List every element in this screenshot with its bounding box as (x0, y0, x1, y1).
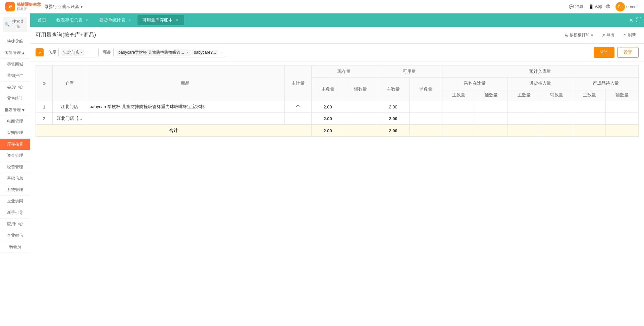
tab-home[interactable]: 首页 (33, 15, 51, 25)
td-purchase-transit-main-1 (442, 101, 475, 113)
tab-receipts-close-icon[interactable]: × (85, 18, 89, 22)
td-production-main-1 (573, 101, 606, 113)
td-available-main-1: 2.00 (377, 101, 410, 113)
td-incoming-main-1 (507, 101, 540, 113)
phone-icon: 📱 (589, 4, 594, 9)
sidebar-item-nav-member2[interactable]: 畅会员 (0, 241, 30, 253)
td-unit-1: 个 (284, 101, 311, 113)
sidebar-item-nav-inventory[interactable]: 库存核算 (0, 139, 30, 150)
tab-inventory[interactable]: 可用量库存账本 × (138, 15, 184, 25)
warehouse-tag-close-icon[interactable]: × (80, 51, 83, 54)
sidebar-item-label: 快捷导航 (7, 39, 23, 44)
product-tag1: babycare学饮杯 儿童防摔防撞吸管杯重力球吸嘴杯宝宝水杯 × (116, 49, 191, 56)
logo-area: 好 畅捷通好生意 标准版 (5, 2, 41, 11)
td-incoming-main-2 (507, 113, 540, 125)
sidebar-item-label: 企业微信 (7, 233, 23, 238)
sidebar-item-nav-system[interactable]: 系统管理 (0, 184, 30, 196)
print-icon: 🖨 (564, 33, 568, 38)
sidebar-item-nav-newbie[interactable]: 新手引导 (0, 207, 30, 219)
sidebar-item-nav-marketing[interactable]: 营销推广 (0, 70, 30, 82)
data-table: ⚙ 仓库 商品 主计量 (36, 65, 639, 137)
th-available-group: 可用量 (377, 66, 442, 78)
sidebar-item-label: 新手引导 (7, 210, 23, 215)
app-download-btn[interactable]: 📱 App下载 (589, 4, 610, 9)
settings-button[interactable]: 设置 (617, 47, 639, 58)
td-footer-current-aux (344, 125, 377, 137)
product-dots-icon[interactable]: ··· (219, 50, 223, 55)
sidebar-item-nav-wholesale[interactable]: 批发管理 ▼ (0, 104, 30, 116)
industry-name: 母婴行业演示账套 (44, 4, 79, 10)
sidebar-item-nav-retail-stat[interactable]: 零售统计 (0, 93, 30, 104)
sidebar-item-nav-base[interactable]: 基础信息 (0, 173, 30, 184)
th-purchase-transit-main: 主数量 (442, 89, 475, 101)
sidebar-item-nav-member[interactable]: 会员中心 (0, 82, 30, 93)
top-bar: 好 畅捷通好生意 标准版 母婴行业演示账套 ▾ 💬 消息 📱 App下载 Ea … (0, 0, 644, 13)
table-row: 1 江北门店 babycare学饮杯 儿童防摔防撞吸管杯重力球吸嘴杯宝宝水杯 (36, 101, 639, 113)
warehouse-dots-icon[interactable]: ··· (86, 50, 90, 55)
industry-selector[interactable]: 母婴行业演示账套 ▾ (44, 4, 83, 10)
sidebar-item-nav-retail[interactable]: 零售管理 ▲ (0, 47, 30, 59)
sidebar-item-nav-ecommerce[interactable]: 电商管理 (0, 116, 30, 127)
content-area: 首页 收发存汇总表 × 要货单统计表 × 可用量库存账本 × ✕ ⛶ (30, 13, 644, 326)
export-btn[interactable]: ↗ 导出 (599, 31, 617, 39)
sidebar-item-nav-purchase[interactable]: 采购管理 (0, 127, 30, 139)
message-btn[interactable]: 💬 消息 (569, 4, 583, 9)
th-available-aux: 辅数量 (410, 78, 442, 101)
th-current-stock-group: 现存量 (311, 66, 377, 78)
td-available-main-2: 2.00 (377, 113, 410, 125)
th-current-main: 主数量 (311, 78, 344, 101)
page-header: 可用量查询(按仓库+商品) 🖨 按模板打印 ▾ ↗ 导出 ↻ (30, 27, 644, 44)
chevron-up-icon: ▲ (21, 51, 25, 55)
search-menu-btn[interactable]: 🔍 搜索菜单 (3, 17, 27, 32)
warehouse-tag: 江北门店 × (61, 49, 85, 56)
sidebar-item-nav-wechat[interactable]: 企业微信 (0, 230, 30, 241)
td-incoming-aux-2 (540, 113, 573, 125)
warehouse-filter-input[interactable]: 江北门店 × ··· (58, 48, 99, 57)
tab-bar: 首页 收发存汇总表 × 要货单统计表 × 可用量库存账本 × ✕ ⛶ (30, 13, 644, 27)
tab-receipts[interactable]: 收发存汇总表 × (52, 15, 94, 25)
td-production-main-2 (573, 113, 606, 125)
avatar: Ea (615, 2, 625, 11)
sidebar-item-nav-enterprise[interactable]: 企业协同 (0, 196, 30, 207)
tab-inventory-close-icon[interactable]: × (175, 18, 179, 22)
message-label: 消息 (575, 4, 583, 9)
sidebar-item-nav-guide[interactable]: 快捷导航 (0, 36, 30, 47)
chevron-down-icon: ▼ (21, 108, 25, 112)
tab-close-all-icon[interactable]: ✕ (629, 17, 633, 24)
tab-order-stats-close-icon[interactable]: × (127, 18, 132, 22)
sidebar-item-label: 基础信息 (7, 176, 23, 181)
print-template-btn[interactable]: 🖨 按模板打印 ▾ (561, 31, 596, 39)
refresh-btn[interactable]: ↻ 刷新 (621, 31, 639, 39)
tab-maximize-icon[interactable]: ⛶ (636, 17, 641, 23)
sidebar-search-area: 🔍 搜索菜单 (0, 13, 30, 36)
product-filter-input[interactable]: babycare学饮杯 儿童防摔防撞吸管杯重力球吸嘴杯宝宝水杯 × babyca… (113, 48, 226, 57)
td-current-aux-1 (344, 101, 377, 113)
th-settings[interactable]: ⚙ (36, 66, 53, 101)
user-area[interactable]: Ea demo2 (615, 2, 639, 11)
th-incoming-aux: 辅数量 (540, 89, 573, 101)
sidebar: 🔍 搜索菜单 快捷导航 零售管理 ▲ 零售商城 营销推广 会员中心 零售统计 批… (0, 13, 30, 326)
tab-receipts-label: 收发存汇总表 (56, 17, 83, 23)
sidebar-item-nav-shop[interactable]: 零售商城 (0, 59, 30, 70)
sidebar-item-label: 零售管理 (5, 50, 21, 56)
refresh-icon: ↻ (623, 33, 627, 38)
refresh-label: 刷新 (628, 32, 636, 38)
sidebar-item-label: 零售商城 (7, 62, 23, 66)
tab-order-stats[interactable]: 要货单统计表 × (95, 15, 137, 25)
td-purchase-transit-main-2 (442, 113, 475, 125)
sidebar-item-label: 零售统计 (7, 96, 23, 101)
warehouse-filter: 仓库 江北门店 × ··· (48, 48, 99, 57)
product-tag1-close-icon[interactable]: × (186, 51, 189, 54)
sidebar-item-nav-appstore[interactable]: 应用中心 (0, 219, 30, 230)
warehouse-tag-text: 江北门店 (63, 50, 79, 55)
th-production-main: 主数量 (573, 89, 606, 101)
th-planned-in-group: 预计入库量 (442, 66, 638, 78)
sidebar-item-nav-operations[interactable]: 经营管理 (0, 161, 30, 173)
td-purchase-transit-aux-1 (475, 101, 508, 113)
print-label: 按模板打印 (570, 32, 590, 38)
query-button[interactable]: 查询 (594, 47, 614, 58)
sidebar-item-label: 电商管理 (7, 119, 23, 124)
td-footer-incoming-main (507, 125, 540, 137)
sidebar-item-nav-finance[interactable]: 资金管理 (0, 150, 30, 161)
filter-expand-btn[interactable]: » (36, 48, 44, 56)
